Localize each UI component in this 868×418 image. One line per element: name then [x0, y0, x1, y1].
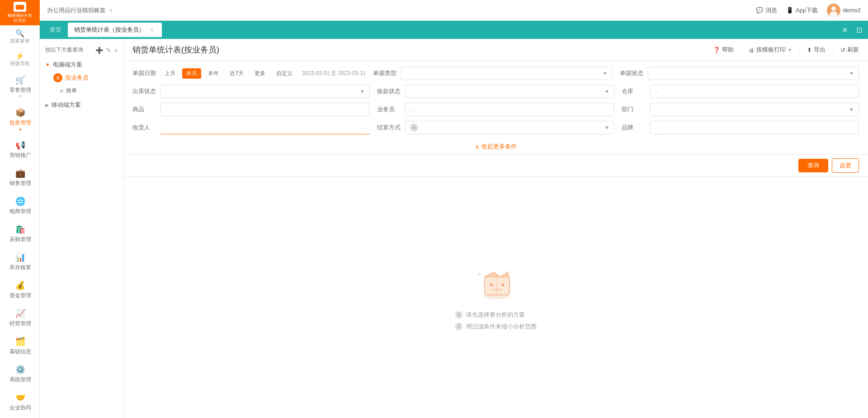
date-btn-custom[interactable]: 自定义	[272, 68, 297, 79]
date-btn-7days[interactable]: 近7天	[226, 68, 248, 79]
tab-report[interactable]: 销货单统计表（按业务员） ×	[68, 23, 162, 37]
sidebar-item-wholesale[interactable]: 📦 批发管理 ▲	[0, 103, 40, 136]
sidebar-search[interactable]: 🔍 搜索菜单	[0, 25, 40, 48]
svg-rect-0	[16, 5, 24, 10]
sidebar-item-ecommerce[interactable]: 🌐 电商管理	[0, 192, 40, 220]
app-download-label: App下载	[796, 6, 818, 14]
help-icon: ❓	[713, 47, 720, 53]
dept-select[interactable]: ▼	[650, 103, 859, 116]
retail-icon: 🛒	[15, 75, 25, 85]
collapse-panel-btn[interactable]: «	[114, 47, 118, 54]
tab-close-all-btn[interactable]: ✕	[839, 24, 850, 35]
sidebar-item-operation[interactable]: 📈 经营管理	[0, 304, 40, 332]
query-button[interactable]: 查询	[798, 159, 828, 172]
settle-arrow: ▼	[604, 125, 609, 130]
message-icon: 💬	[756, 7, 763, 14]
dept-arrow: ▼	[849, 107, 854, 112]
breadcrumb-text: 办公用品行业模拟账套	[47, 6, 106, 14]
date-range-text: 2023-03-01 至 2023-03-31	[302, 70, 366, 77]
goods-select[interactable]: ···	[160, 103, 370, 116]
finance-icon: 💰	[15, 280, 25, 290]
collect-status-select[interactable]: ▼	[405, 85, 614, 98]
date-btn-more[interactable]: 更多	[250, 68, 269, 79]
basic-label: 基础信息	[9, 348, 31, 356]
ecommerce-icon: 🌐	[15, 196, 25, 206]
logo-icon	[14, 2, 26, 12]
add-scheme-btn[interactable]: ➕	[95, 47, 103, 54]
salesperson-select[interactable]: ···	[405, 103, 614, 116]
scheme-sub-item-by-doc[interactable]: ≡ 按单	[40, 85, 123, 97]
divider3	[833, 46, 833, 53]
out-status-select[interactable]: ▼	[160, 85, 370, 98]
date-label: 单据日期	[132, 69, 158, 77]
tip-num-1: 1	[455, 311, 462, 318]
tab-home-label: 首页	[50, 26, 61, 34]
sidebar-item-basic[interactable]: 🗂️ 基础信息	[0, 332, 40, 360]
empty-tips: 1 请先选择要分析的方案 2 用过滤条件来缩小分析范围	[455, 311, 537, 334]
date-filter-group: 上月 本月 本年 近7天 更多 自定义	[160, 68, 297, 79]
date-btn-last-month[interactable]: 上月	[160, 68, 179, 79]
collapse-label: 收起更多条件	[481, 142, 517, 151]
set-button[interactable]: 设置	[832, 158, 859, 173]
doc-type-arrow: ▼	[603, 71, 608, 76]
collapse-filter-btn[interactable]: ∧ 收起更多条件	[132, 139, 859, 154]
receiver-dots[interactable]: ···	[362, 124, 367, 131]
marketing-icon: 📢	[15, 140, 25, 150]
sidebar-item-sales[interactable]: 💼 销售管理	[0, 164, 40, 192]
out-status-label: 出库状态	[132, 87, 158, 95]
main-area: 办公用品行业模拟账套 ▾ 💬 消息 📱 App下载 de	[40, 0, 868, 418]
page-header-actions: ❓ 帮助 🖨 按模板打印 ▼ ⬆ 导出	[713, 46, 859, 54]
scheme-item-salesperson[interactable]: 业 按业务员	[40, 71, 123, 85]
export-icon: ⬆	[807, 47, 812, 53]
sidebar-item-inventory[interactable]: 📊 库存核算	[0, 248, 40, 276]
sidebar-item-enterprise[interactable]: 🤝 企业协同	[0, 388, 40, 416]
divider1	[741, 46, 741, 53]
app-download-btn[interactable]: 📱 App下载	[786, 6, 818, 14]
settle-clear-btn[interactable]: ×	[410, 124, 418, 132]
left-panel-title: 按以下方案查询	[45, 46, 83, 54]
sidebar-item-purchase[interactable]: 🛍️ 采购管理	[0, 220, 40, 248]
export-btn[interactable]: ⬆ 导出	[807, 46, 826, 54]
sidebar-item-retail[interactable]: 🛒 零售管理 ▼	[0, 71, 40, 103]
mobile-scheme-group[interactable]: ▶ 移动端方案	[40, 99, 123, 111]
user-area[interactable]: demo2	[827, 4, 861, 17]
sidebar-item-marketing[interactable]: 📢 营销推广	[0, 136, 40, 164]
tab-close-btn[interactable]: ×	[148, 26, 156, 33]
edit-scheme-btn[interactable]: ✎	[106, 47, 111, 54]
desktop-scheme-label: 电脑端方案	[53, 61, 82, 69]
svg-text:✦: ✦	[510, 281, 513, 284]
empty-state: ✦ ✦ ✦ 1 请先选择要分析的方案 2	[123, 177, 868, 418]
date-btn-this-month[interactable]: 本月	[182, 68, 201, 79]
sidebar: 畅捷通好生意 标准版 🔍 搜索菜单 ⚡ 快捷导航 🛒 零售管理 ▼ 📦 批发管理…	[0, 0, 40, 418]
print-label: 按模板打印	[756, 46, 786, 54]
settle-select[interactable]: × ▼	[405, 121, 614, 134]
enterprise-label: 企业协同	[9, 404, 31, 412]
receiver-input[interactable]	[160, 121, 370, 134]
message-label: 消息	[765, 6, 777, 14]
sidebar-shortcut[interactable]: ⚡ 快捷导航	[0, 48, 40, 71]
sidebar-item-system[interactable]: ⚙️ 系统管理	[0, 360, 40, 388]
brand-dots: ···	[655, 124, 660, 131]
warehouse-label: 仓库	[622, 87, 647, 95]
print-btn[interactable]: 🖨 按模板打印 ▼	[749, 46, 792, 54]
svg-point-7	[490, 284, 493, 286]
warehouse-select[interactable]: ···	[650, 85, 859, 98]
doc-type-select[interactable]: ▼	[401, 66, 612, 80]
desktop-scheme-title[interactable]: ▼ 电脑端方案	[40, 58, 123, 71]
tab-home[interactable]: 首页	[43, 23, 68, 37]
basic-icon: 🗂️	[15, 337, 25, 347]
date-btn-this-year[interactable]: 本年	[204, 68, 223, 79]
shortcut-label: 快捷导航	[10, 60, 30, 67]
message-btn[interactable]: 💬 消息	[756, 6, 777, 14]
finance-label: 资金管理	[9, 292, 31, 299]
sidebar-item-newbie[interactable]: 🧭 新手引导	[0, 416, 40, 418]
search-label: 搜索菜单	[10, 38, 30, 44]
doc-status-select[interactable]: ▼	[648, 66, 859, 80]
help-btn[interactable]: ❓ 帮助	[713, 46, 734, 54]
brand-select[interactable]: ···	[650, 121, 859, 134]
tip-2: 2 用过滤条件来缩小分析范围	[455, 323, 537, 331]
refresh-btn[interactable]: ↺ 刷新	[840, 46, 859, 54]
tab-maximize-btn[interactable]: ⊡	[854, 24, 864, 35]
salesperson-scheme-icon: 业	[53, 73, 62, 82]
sidebar-item-finance[interactable]: 💰 资金管理	[0, 276, 40, 304]
